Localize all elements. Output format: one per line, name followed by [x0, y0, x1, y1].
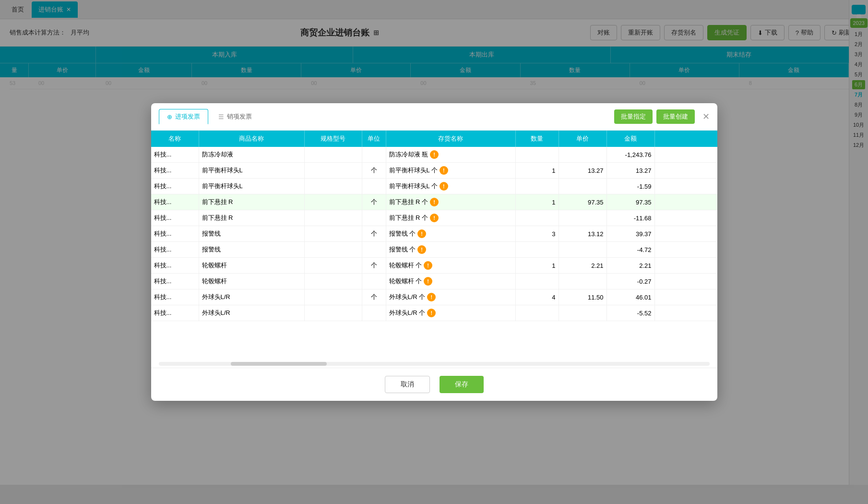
- cell-name: 科技...: [151, 163, 199, 178]
- cell-amount: 46.01: [607, 289, 655, 305]
- cell-name: 科技...: [151, 242, 199, 257]
- cell-goods: 前平衡杆球头L: [199, 163, 305, 178]
- modal-header: ⊕ 进项发票 ☰ 销项发票 批量指定 批量创建 ✕: [151, 103, 717, 131]
- modal-tab-list: ⊕ 进项发票 ☰ 销项发票: [159, 109, 614, 124]
- table-row[interactable]: 科技... 报警线 报警线 个! -4.72: [151, 242, 717, 258]
- incoming-invoice-icon: ⊕: [167, 113, 172, 120]
- cell-price: [559, 147, 607, 162]
- cell-amount: -1,243.76: [607, 147, 655, 162]
- table-row[interactable]: 科技... 外球头L/R 个 外球头L/R 个! 4 11.50 46.01: [151, 289, 717, 305]
- modal-action-buttons: 批量指定 批量创建: [614, 109, 695, 124]
- cell-unit: [362, 179, 386, 194]
- cell-stock-name: 轮毂螺杆 个!: [386, 258, 516, 273]
- cell-name: 科技...: [151, 258, 199, 273]
- cell-qty: [516, 147, 559, 162]
- cell-spec: [305, 179, 362, 194]
- scrollbar-thumb[interactable]: [231, 362, 327, 366]
- modal-table-header: 名称 商品名称 规格型号 单位 存货名称 数量 单价 金额: [151, 131, 717, 147]
- cell-stock-name: 前平衡杆球头L 个!: [386, 179, 516, 194]
- warning-icon: !: [427, 293, 436, 301]
- cell-stock-name: 报警线 个!: [386, 226, 516, 241]
- cell-price: 2.21: [559, 258, 607, 273]
- cell-qty: 1: [516, 163, 559, 178]
- tab-outgoing-invoice[interactable]: ☰ 销项发票: [210, 109, 260, 124]
- cell-qty: [516, 242, 559, 257]
- cell-goods: 前下悬挂 R: [199, 194, 305, 210]
- table-row[interactable]: 科技... 前下悬挂 R 前下悬挂 R 个! -11.68: [151, 210, 717, 226]
- warning-icon: !: [430, 150, 439, 159]
- cell-goods: 轮毂螺杆: [199, 258, 305, 273]
- table-row[interactable]: 科技... 轮毂螺杆 个 轮毂螺杆 个! 1 2.21 2.21: [151, 258, 717, 274]
- outgoing-invoice-label: 销项发票: [227, 112, 252, 121]
- cell-goods: 外球头L/R: [199, 305, 305, 321]
- cell-qty: [516, 210, 559, 226]
- cell-name: 科技...: [151, 210, 199, 226]
- cell-amount: -4.72: [607, 242, 655, 257]
- cell-stock-name: 报警线 个!: [386, 242, 516, 257]
- modal-close-button[interactable]: ✕: [702, 111, 710, 122]
- table-row[interactable]: 科技... 防冻冷却液 防冻冷却液 瓶! -1,243.76: [151, 147, 717, 163]
- table-row[interactable]: 科技... 前平衡杆球头L 前平衡杆球头L 个! -1.59: [151, 179, 717, 194]
- cell-unit: [362, 210, 386, 226]
- cell-price: [559, 274, 607, 289]
- cell-stock-name: 轮毂螺杆 个!: [386, 274, 516, 289]
- col-qty: 数量: [516, 131, 559, 147]
- cell-unit: 个: [362, 258, 386, 273]
- cell-stock-name: 外球头L/R 个!: [386, 289, 516, 305]
- modal-footer: 取消 保存: [151, 368, 717, 401]
- batch-assign-button[interactable]: 批量指定: [614, 109, 653, 124]
- cell-qty: 1: [516, 194, 559, 210]
- cell-spec: [305, 274, 362, 289]
- incoming-invoice-label: 进项发票: [175, 112, 200, 121]
- cell-qty: [516, 179, 559, 194]
- cell-amount: -0.27: [607, 274, 655, 289]
- cell-spec: [305, 194, 362, 210]
- table-row[interactable]: 科技... 轮毂螺杆 轮毂螺杆 个! -0.27: [151, 274, 717, 289]
- modal-horizontal-scrollbar[interactable]: [159, 362, 710, 366]
- cell-qty: 1: [516, 258, 559, 273]
- warning-icon: !: [430, 214, 439, 222]
- cell-amount: -5.52: [607, 305, 655, 321]
- cell-unit: [362, 274, 386, 289]
- cell-goods: 报警线: [199, 242, 305, 257]
- cell-spec: [305, 163, 362, 178]
- warning-icon: !: [440, 182, 448, 191]
- cell-spec: [305, 305, 362, 321]
- save-button[interactable]: 保存: [440, 376, 484, 393]
- table-row[interactable]: 科技... 报警线 个 报警线 个! 3 13.12 39.37: [151, 226, 717, 242]
- cancel-button[interactable]: 取消: [385, 376, 430, 393]
- cell-amount: 13.27: [607, 163, 655, 178]
- cell-price: 13.27: [559, 163, 607, 178]
- tab-incoming-invoice[interactable]: ⊕ 进项发票: [159, 109, 208, 124]
- cell-qty: [516, 305, 559, 321]
- cell-name: 科技...: [151, 289, 199, 305]
- table-row[interactable]: 科技... 前下悬挂 R 个 前下悬挂 R 个! 1 97.35 97.35: [151, 194, 717, 210]
- cell-spec: [305, 289, 362, 305]
- cell-price: [559, 210, 607, 226]
- cell-price: 97.35: [559, 194, 607, 210]
- col-stock-name: 存货名称: [386, 131, 516, 147]
- cell-stock-name: 前下悬挂 R 个!: [386, 194, 516, 210]
- cell-name: 科技...: [151, 147, 199, 162]
- cell-unit: 个: [362, 226, 386, 241]
- warning-icon: !: [424, 277, 432, 286]
- cell-price: [559, 305, 607, 321]
- cell-unit: [362, 242, 386, 257]
- table-row[interactable]: 科技... 外球头L/R 外球头L/R 个! -5.52: [151, 305, 717, 321]
- warning-icon: !: [417, 245, 426, 254]
- cell-stock-name: 前下悬挂 R 个!: [386, 210, 516, 226]
- cell-spec: [305, 147, 362, 162]
- batch-create-button[interactable]: 批量创建: [656, 109, 695, 124]
- cell-price: 13.12: [559, 226, 607, 241]
- cell-amount: 2.21: [607, 258, 655, 273]
- cell-spec: [305, 210, 362, 226]
- cell-amount: -1.59: [607, 179, 655, 194]
- warning-icon: !: [440, 166, 448, 175]
- table-row[interactable]: 科技... 前平衡杆球头L 个 前平衡杆球头L 个! 1 13.27 13.27: [151, 163, 717, 179]
- cell-name: 科技...: [151, 305, 199, 321]
- cell-unit: 个: [362, 194, 386, 210]
- cell-qty: 3: [516, 226, 559, 241]
- cell-name: 科技...: [151, 179, 199, 194]
- col-name: 名称: [151, 131, 199, 147]
- cell-goods: 前下悬挂 R: [199, 210, 305, 226]
